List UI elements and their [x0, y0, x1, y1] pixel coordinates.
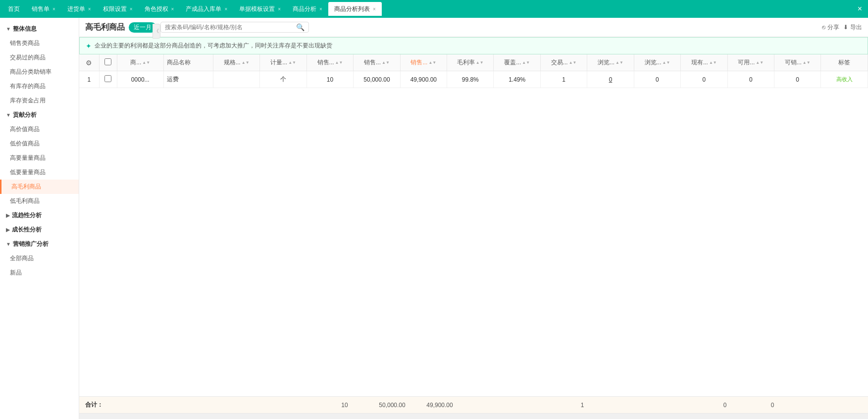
- col-sales-qty[interactable]: 销售... ▲▼: [306, 54, 353, 71]
- sort-icon-browse2: ▲▼: [663, 60, 670, 65]
- sort-icon-spec: ▲▼: [242, 60, 250, 65]
- collapse-sidebar-button[interactable]: 《: [153, 24, 160, 39]
- sidebar-item-low-value-goods[interactable]: 低价值商品: [0, 137, 79, 151]
- tab-close-role-permission[interactable]: ×: [171, 6, 174, 12]
- col-gross-margin[interactable]: 毛利率 ▲▼: [447, 54, 494, 71]
- chevron-down-icon-2: ▼: [6, 112, 11, 118]
- search-icon[interactable]: 🔍: [296, 23, 305, 31]
- tab-close-template-settings[interactable]: ×: [278, 6, 281, 12]
- sidebar-item-all-goods[interactable]: 全部商品: [0, 251, 79, 266]
- tab-close-sales-order[interactable]: ×: [52, 6, 55, 12]
- col-browse1[interactable]: 浏览... ▲▼: [587, 54, 634, 71]
- tab-role-permission[interactable]: 角色授权 ×: [139, 2, 180, 16]
- tab-bar: 首页 销售单 × 进货单 × 权限设置 × 角色授权 × 产成品入库单 × 单据…: [0, 0, 868, 18]
- row-checkbox[interactable]: [99, 71, 117, 88]
- sort-icon-code: ▲▼: [142, 60, 150, 65]
- share-button[interactable]: ⎋ 分享: [822, 23, 839, 32]
- col-browse2[interactable]: 浏览... ▲▼: [634, 54, 680, 71]
- col-sales-amount[interactable]: 销售... ▲▼: [354, 54, 400, 71]
- header-actions: ⎋ 分享 ⬇ 导出: [822, 23, 862, 32]
- sidebar-group-overall-info[interactable]: ▼ 整体信息: [0, 22, 79, 36]
- row-tag[interactable]: 高收入: [821, 71, 868, 88]
- sort-icon-unit: ▲▼: [288, 60, 296, 65]
- row-name[interactable]: 运费: [163, 71, 213, 88]
- col-transaction[interactable]: 交易... ▲▼: [540, 54, 587, 71]
- sidebar-group-marketing-analysis[interactable]: ▼ 营销推广分析: [0, 237, 79, 251]
- row-browse1[interactable]: 0: [587, 71, 634, 88]
- sidebar-item-new-goods[interactable]: 新品: [0, 266, 79, 280]
- col-settings[interactable]: ⚙: [79, 54, 99, 71]
- tip-text: 企业的主要的利润都是这部分商品创造的，可考虑加大推广，同时关注库存是不要出现缺货: [95, 42, 332, 50]
- browse1-link[interactable]: 0: [609, 76, 613, 83]
- tab-product-analysis-list[interactable]: 商品分析列表 ×: [328, 2, 382, 16]
- sidebar-group-trend-analysis[interactable]: ▶ 流趋性分析: [0, 208, 79, 223]
- sidebar-item-sales-goods[interactable]: 销售类商品: [0, 36, 79, 50]
- sidebar-item-in-stock-goods[interactable]: 有库存的商品: [0, 79, 79, 93]
- main-layout: ▼ 整体信息 销售类商品 交易过的商品 商品分类助销率 有库存的商品 库存资金占…: [0, 18, 868, 419]
- tip-icon: ✦: [86, 42, 92, 50]
- sidebar-item-stock-capital[interactable]: 库存资金占用: [0, 93, 79, 108]
- sidebar-group-wealth-analysis[interactable]: ▼ 贡献分析: [0, 108, 79, 122]
- tab-close-product-storage[interactable]: ×: [224, 6, 227, 12]
- col-current-stock[interactable]: 现有... ▲▼: [681, 54, 727, 71]
- tab-product-storage[interactable]: 产成品入库单 ×: [180, 2, 233, 16]
- sidebar-item-traded-goods[interactable]: 交易过的商品: [0, 50, 79, 65]
- tab-permission-settings[interactable]: 权限设置 ×: [97, 2, 139, 16]
- share-icon: ⎋: [822, 24, 825, 31]
- content-area: 《 高毛利商品 近一月 🔍 ⎋ 分享 ⬇ 导出 ✦ 企: [79, 18, 868, 419]
- sidebar-item-goods-analysis-score[interactable]: 商品分类助销率: [0, 65, 79, 79]
- sidebar-item-low-freq-goods[interactable]: 低要量量商品: [0, 165, 79, 180]
- row-gross-margin: 99.8%: [447, 71, 494, 88]
- tab-close-product-analysis-list[interactable]: ×: [373, 6, 376, 12]
- row-select-checkbox[interactable]: [104, 75, 111, 82]
- window-close-button[interactable]: ×: [854, 4, 866, 13]
- col-sales-cost[interactable]: 销售... ▲▼: [400, 54, 447, 71]
- sidebar-item-high-freq-goods[interactable]: 高要量量商品: [0, 151, 79, 165]
- tab-home[interactable]: 首页: [2, 2, 26, 16]
- sidebar-group-growth-analysis[interactable]: ▶ 成长性分析: [0, 223, 79, 237]
- footer-available: 0: [753, 402, 792, 409]
- data-table: ⚙ 商... ▲▼ 商品名称: [79, 54, 868, 88]
- col-name[interactable]: 商品名称: [163, 54, 213, 71]
- chevron-right-icon: ▶: [6, 213, 10, 218]
- content-header: 高毛利商品 近一月 🔍 ⎋ 分享 ⬇ 导出: [79, 18, 868, 37]
- tab-close-product-analysis[interactable]: ×: [319, 6, 322, 12]
- col-saleable[interactable]: 可销... ▲▼: [774, 54, 820, 71]
- sort-icon-transaction: ▲▼: [569, 60, 577, 65]
- col-code[interactable]: 商... ▲▼: [117, 54, 163, 71]
- sidebar-item-high-value-goods[interactable]: 高价值商品: [0, 122, 79, 137]
- horizontal-scrollbar[interactable]: [79, 413, 868, 419]
- search-input[interactable]: [165, 24, 296, 31]
- row-spec: [213, 71, 259, 88]
- table-footer: 合计： 10 50,000.00 49,900.00 1 0 0: [79, 396, 868, 413]
- sidebar-item-low-margin-goods[interactable]: 低毛利商品: [0, 194, 79, 208]
- tab-close-permission-settings[interactable]: ×: [130, 6, 133, 12]
- chevron-down-icon-3: ▼: [6, 241, 11, 247]
- row-current-stock: 0: [681, 71, 727, 88]
- tab-purchase-order[interactable]: 进货单 ×: [61, 2, 97, 16]
- tab-template-settings[interactable]: 单据模板设置 ×: [233, 2, 287, 16]
- sort-icon-sales-qty: ▲▼: [335, 60, 343, 65]
- tab-close-purchase-order[interactable]: ×: [88, 6, 91, 12]
- col-spec[interactable]: 规格... ▲▼: [213, 54, 259, 71]
- sort-icon-saleable: ▲▼: [803, 60, 811, 65]
- col-unit[interactable]: 计量... ▲▼: [260, 54, 306, 71]
- col-available[interactable]: 可用... ▲▼: [727, 54, 774, 71]
- settings-icon[interactable]: ⚙: [86, 59, 92, 67]
- tab-product-analysis[interactable]: 商品分析 ×: [287, 2, 328, 16]
- col-coverage[interactable]: 覆盖... ▲▼: [494, 54, 540, 71]
- col-tag[interactable]: 标签: [821, 54, 868, 71]
- tab-sales-order[interactable]: 销售单 ×: [26, 2, 61, 16]
- sort-icon-gross-margin: ▲▼: [476, 60, 484, 65]
- export-button[interactable]: ⬇ 导出: [843, 23, 862, 32]
- row-saleable: 0: [774, 71, 820, 88]
- footer-label: 合计：: [85, 401, 103, 409]
- select-all-checkbox[interactable]: [104, 58, 111, 65]
- sort-icon-browse1: ▲▼: [615, 60, 623, 65]
- chevron-down-icon: ▼: [6, 26, 11, 32]
- col-checkbox: [99, 54, 117, 71]
- sidebar-item-high-margin-goods[interactable]: 高毛利商品: [0, 180, 79, 194]
- row-sales-amount: 50,000.00: [354, 71, 400, 88]
- sort-icon-sales-amount: ▲▼: [382, 60, 390, 65]
- page-title: 高毛利商品: [85, 22, 125, 33]
